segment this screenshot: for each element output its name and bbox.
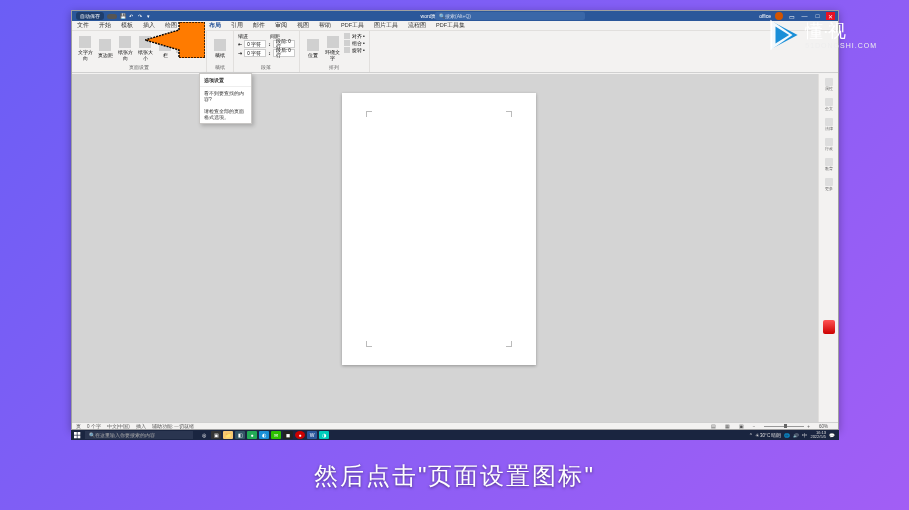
status-wordcount[interactable]: 0 个字 [87,424,101,429]
page-1[interactable] [342,93,536,365]
menu-layout[interactable]: 布局 [204,22,226,29]
rp-properties[interactable]: 属性 [822,78,836,92]
save-icon[interactable]: 💾 [120,13,126,19]
zoom-value[interactable]: 60% [819,424,828,429]
titlebar: 自动保存 💾 ↶ ↷ ▾ word页面距边界怎么设置.docx • 🔍 搜索(A… [72,11,838,21]
breaks-button[interactable]: 分隔符 • [176,33,202,39]
menu-pdf-tools[interactable]: PDF工具 [336,22,369,29]
rp-more[interactable]: 更多 [822,178,836,192]
edge-icon[interactable]: ◐ [259,431,269,439]
size-button[interactable]: 纸张大小 [136,33,154,64]
menu-home[interactable]: 开始 [94,22,116,29]
tray-notifications-icon[interactable]: 💬 [829,433,835,438]
title-search[interactable]: 🔍 搜索(Alt+Q) [435,12,585,20]
taskbar-search[interactable]: 🔍 在这里输入你要搜索的内容 [85,431,193,439]
zoom-thumb[interactable] [784,424,787,428]
tray-network-icon[interactable]: 🌐 [784,433,790,438]
windows-icon [74,432,81,439]
menubar: 文件 开始 模板 插入 绘图 设计 布局 引用 邮件 审阅 视图 帮助 PDF工… [72,21,838,31]
undo-icon[interactable]: ↶ [129,13,135,19]
dropdown-item-1[interactable]: 看不到要查找的内容? [200,87,251,105]
app-icon-1[interactable]: ▣ [211,431,221,439]
indent-right-input[interactable]: 0 字符 [244,49,266,57]
status-accessibility[interactable]: 辅助功能: 一切就绪 [152,424,195,429]
svg-rect-1 [74,432,77,435]
watermark-sub: 51DONGSHI.COM [805,42,877,49]
menu-file[interactable]: 文件 [72,22,94,29]
position-button[interactable]: 位置 [304,33,322,64]
group-button[interactable]: 组合 • [344,40,365,46]
view-readmode-icon[interactable]: ▤ [711,424,716,429]
explorer-icon[interactable]: 📁 [223,431,233,439]
menu-picture-tools[interactable]: 图片工具 [369,22,403,29]
columns-button[interactable]: 栏 [156,33,174,64]
rotate-button[interactable]: 旋转 • [344,47,365,53]
document-area[interactable] [72,74,818,422]
menu-design[interactable]: 设计 [182,22,204,29]
app-icon-3[interactable]: ◼ [283,431,293,439]
margins-button[interactable]: 页边距 [96,33,114,64]
indent-label: 缩进 [238,33,248,39]
spacing-before-input[interactable]: 段前: 0 行 [273,40,295,48]
hyphenation-button[interactable]: 断字 • [176,47,202,53]
menu-pdf-toolset[interactable]: PDF工具集 [431,22,470,29]
text-direction-button[interactable]: 文字方向 [76,33,94,64]
taskview-icon[interactable]: ◎ [199,431,209,439]
view-web-icon[interactable]: ▣ [739,424,744,429]
tray-volume-icon[interactable]: 🔊 [793,433,799,438]
redo-icon[interactable]: ↷ [138,13,144,19]
admin-icon [825,138,833,146]
indent-left-input[interactable]: 0 字符 [244,40,266,48]
record-icon[interactable]: ● [295,431,305,439]
paper-button[interactable]: 稿纸 [211,33,229,64]
svg-rect-3 [74,435,77,438]
rp-admin[interactable]: 行政 [822,138,836,152]
align-button[interactable]: 对齐 • [344,33,365,39]
status-lang[interactable]: 中文(中国) [107,424,130,429]
chrome-icon[interactable]: ● [247,431,257,439]
weather-widget[interactable]: ☀ 30°C 晴朗 [755,433,782,438]
breaks-icon [176,33,182,39]
status-insert[interactable]: 插入 [136,424,146,429]
indent-right-icon: ⇥ [238,50,242,56]
app-icon-2[interactable]: ◧ [235,431,245,439]
autosave-toggle[interactable] [107,14,117,19]
menu-references[interactable]: 引用 [226,22,248,29]
paper-icon [214,39,226,51]
menu-mailings[interactable]: 邮件 [248,22,270,29]
tray-clock[interactable]: 16:13 2022/5/5 [810,431,826,439]
gift-icon[interactable] [823,320,835,334]
spacing-after-input[interactable]: 段后: 0 行 [273,49,295,57]
rp-legal[interactable]: 法律 [822,118,836,132]
menu-flowchart[interactable]: 流程图 [403,22,431,29]
orientation-button[interactable]: 纸张方向 [116,33,134,64]
menu-draw[interactable]: 绘图 [160,22,182,29]
app-icon-4[interactable]: ◑ [319,431,329,439]
status-page[interactable]: 页 [76,424,81,429]
wrap-text-button[interactable]: 环绕文字 [324,33,342,64]
menu-help[interactable]: 帮助 [314,22,336,29]
dropdown-item-2[interactable]: 请检查全部的页面格式选项。 [200,105,251,123]
tray-expand-icon[interactable]: ^ [750,433,752,438]
page-setup-label[interactable]: 页面设置 [76,64,202,71]
zoom-in-icon[interactable]: + [807,424,810,429]
start-button[interactable] [71,430,83,440]
tray-ime-icon[interactable]: 中 [802,433,807,438]
arrange-stack: 对齐 • 组合 • 旋转 • [344,33,365,64]
zoom-out-icon[interactable]: − [753,424,756,429]
menu-view[interactable]: 视图 [292,22,314,29]
view-print-icon[interactable]: ▦ [725,424,730,429]
line-numbers-icon [176,40,182,46]
line-numbers-button[interactable]: 行号 • [176,40,202,46]
menu-review[interactable]: 审阅 [270,22,292,29]
taskbar-search-placeholder: 在这里输入你要搜索的内容 [95,432,155,438]
menu-template[interactable]: 模板 [116,22,138,29]
menu-insert[interactable]: 插入 [138,22,160,29]
autosave-label: 自动保存 [76,12,104,20]
zoom-slider[interactable] [764,426,804,427]
word-icon[interactable]: W [307,431,317,439]
wechat-icon[interactable]: ✉ [271,431,281,439]
rp-edu[interactable]: 教育 [822,158,836,172]
rp-fulltext[interactable]: 全文 [822,98,836,112]
text-direction-icon [79,36,91,48]
